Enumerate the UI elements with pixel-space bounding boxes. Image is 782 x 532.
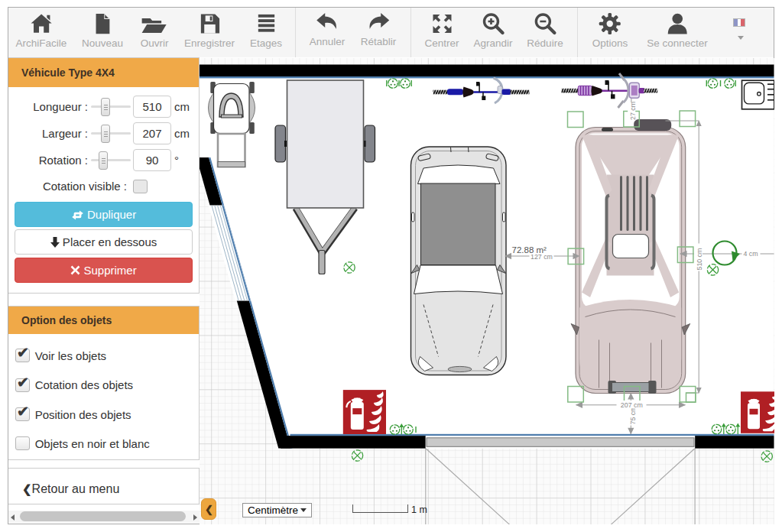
- svg-text:207 cm: 207 cm: [620, 401, 642, 408]
- svg-text:4 cm: 4 cm: [743, 250, 758, 258]
- svg-text:127 cm: 127 cm: [531, 253, 553, 261]
- svg-text:27 cm: 27 cm: [628, 102, 636, 120]
- svg-text:510 cm: 510 cm: [695, 248, 703, 270]
- svg-text:75 cm: 75 cm: [628, 406, 636, 424]
